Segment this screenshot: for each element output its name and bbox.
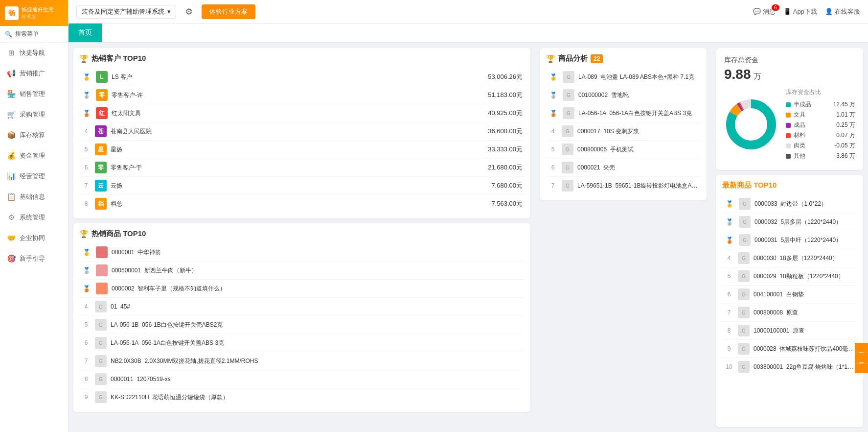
rank-num: 8 [81,200,91,207]
newest-product-name: 0000031 5层中纤（1220*2440） [754,236,855,244]
table-row[interactable]: 5 星 星扬 33,333.00元 [79,141,525,159]
rank-num: 7 [81,182,91,189]
hot-products-list: 🥇 0000001 中华神箭🥈 000500001 新西兰牛肉（新牛）🥉 000… [79,243,525,406]
table-row[interactable]: 🥈 000500001 新西兰牛肉（新牛） [79,262,525,280]
customer-value: 40,925.00元 [488,109,523,118]
sidebar-item-system[interactable]: ⚙ 系统管理 [0,207,68,228]
panel-product-sales: 🏆 商品分析 22 🥇 G LA-089 电池盖 LA-089 ABS本色+黑种… [535,43,711,432]
table-row[interactable]: 🥇 L LS 客户 53,006.26元 [79,68,525,86]
table-row[interactable]: 8G 0000011 12070519-xs [79,370,525,388]
table-row[interactable]: 4 G 0000017 10S 变刺罗浆 [546,122,701,141]
product-name: 0000021 夹壳 [577,164,699,172]
hot-product-name: LA-056-1A 056-1A白色按键开关盖ABS 3克 [111,339,523,347]
table-row[interactable]: 🥈 G 0000032 5层多层（1220*2440） [722,213,857,231]
newest-products-card: 最新商品 TOP10 🥇 G 0000033 封边带（1.0*22）🥈 G 00… [716,175,863,427]
table-row[interactable]: 10 G 003800001 22g鱼豆腐·烧烤味（1*12*20） [722,358,857,376]
rank-num: 10 [724,363,734,370]
table-row[interactable]: 8 档 档总 7,563.00元 [79,195,525,213]
sidebar-item-basic[interactable]: 📋 基础信息 [0,187,68,207]
newest-product-name: 000800008 原查 [754,309,855,317]
customer-avatar: 红 [96,107,108,119]
table-row[interactable]: 5G LA-056-1B 056-1B白色按键开关壳ABS2克 [79,316,525,334]
newest-product-name: 0000032 5层多层（1220*2440） [754,218,855,226]
service-community-btn[interactable]: 服务社区 [855,353,868,363]
customer-top10-list: 🥇 L LS 客户 53,006.26元🥈 零 零售客户-许 51,183.00… [79,68,525,213]
donut-chart [724,97,778,153]
tab-home[interactable]: 首页 [69,24,102,42]
rank-medal: 🥈 [724,216,735,227]
rank-num: 9 [81,394,91,401]
table-row[interactable]: 7 G LA-59651-1B 59651-1B旋转投影灯电池盒ABS黑色+58… [546,177,701,194]
product-name: 001000002 雪地靴 [578,91,699,99]
table-row[interactable]: 🥉 G 0000031 5层中纤（1220*2440） [722,231,857,249]
table-row[interactable]: 9 G 0000028 体城荔枝味苏打饮品400毫升（1*15） [722,340,857,358]
system-title-dropdown[interactable]: 装备及固定资产辅助管理系统 ▾ [76,5,176,19]
search-menu[interactable]: 🔍 搜索菜单 [0,26,68,43]
experience-button[interactable]: 体验行业方案 [202,4,255,19]
online-service-button[interactable]: 👤 在线客服 [825,7,860,16]
table-row[interactable]: 🥇 G 0000033 封边带（1.0*22） [722,195,857,213]
product-thumb: G [738,343,750,355]
legend-color-dot [786,154,791,159]
table-row[interactable]: 5 G 0000029 18颗粒板（1220*2440） [722,267,857,286]
product-thumb: G [95,373,107,385]
sidebar-item-marketing[interactable]: 📢 营销推广 [0,63,68,84]
legend-item: 半成品 12.45 万 [786,100,855,109]
legend-value: -0.05 万 [834,142,855,150]
nav-label-system: 系统管理 [20,213,45,222]
table-row[interactable]: 6 G 0000021 夹壳 [546,159,701,177]
sidebar-item-inventory[interactable]: 📦 库存核算 [0,125,68,145]
product-thumb [96,264,108,276]
sidebar-item-home[interactable]: ⊞ 快捷导航 [0,43,68,63]
table-row[interactable]: 7G NB2.0X30B 2.0X30MM双搓花轴,搓花直径2.1MM/ROHS [79,352,525,370]
table-row[interactable]: 🥈 零 零售客户-许 51,183.00元 [79,86,525,104]
nav-label-sales: 销售管理 [20,90,45,98]
product-thumb: G [563,71,574,83]
table-row[interactable]: 4 G 0000030 18多层（1220*2440） [722,249,857,267]
table-row[interactable]: 6 G 004100001 白钢垫 [722,286,857,304]
rank-medal: 🥈 [548,90,559,100]
app-download-button[interactable]: 📱 App下载 [783,7,817,16]
hot-trophy-icon: 🏆 [79,230,89,239]
product-sales-top10-card: 🏆 商品分析 22 🥇 G LA-089 电池盖 LA-089 ABS本色+黑种… [540,48,707,200]
table-row[interactable]: 7 云 云扬 7,680.00元 [79,177,525,195]
table-row[interactable]: 8 G 10000100001 原查 [722,322,857,340]
table-row[interactable]: 7 G 000800008 原查 [722,304,857,322]
service-live-btn[interactable]: 直播 [855,363,868,373]
legend-label: 半成品 [794,100,830,109]
table-row[interactable]: 🥉 红 红太阳文具 40,925.00元 [79,104,525,122]
legend-value: 12.45 万 [833,100,855,109]
product-thumb: G [95,355,107,367]
sidebar-item-purchase[interactable]: 🛒 采购管理 [0,104,68,125]
table-row[interactable]: 🥇 0000001 中华神箭 [79,243,525,262]
messages-button[interactable]: 💬 消息 6 [753,7,776,16]
newest-product-name: 0000030 18多层（1220*2440） [754,254,855,263]
table-row[interactable]: 9G KK-SD22110H 花语萌恒温分罐罐袋（厚款） [79,388,525,406]
inventory-unit: 万 [754,72,761,80]
newest-product-name: 0000029 18颗粒板（1220*2440） [754,272,855,281]
trophy-icon: 🏆 [79,54,89,63]
table-row[interactable]: 🥇 G LA-089 电池盖 LA-089 ABS本色+黑种 7.1克 [546,68,701,86]
table-row[interactable]: 🥉 0000002 智利车子里（规格不知道填什么） [79,280,525,298]
sidebar-item-operation[interactable]: 📊 经营管理 [0,166,68,187]
nav-label-inventory: 库存核算 [20,131,45,140]
table-row[interactable]: 4G 01 45# [79,298,525,316]
customer-name: 档总 [111,200,487,208]
settings-icon[interactable]: ⚙ [181,4,197,20]
table-row[interactable]: 6 零 零售客户-于 21,680.00元 [79,159,525,177]
customer-value: 7,563.00元 [491,199,523,208]
table-row[interactable]: 6G LA-056-1A 056-1A白色按键开关盖ABS 3克 [79,334,525,352]
table-row[interactable]: 🥉 G LA-056-1A 056-1A白色按键开关盖ABS 3克 [546,104,701,122]
message-icon: 💬 [753,8,761,15]
sidebar-item-finance[interactable]: 💰 资金管理 [0,145,68,166]
table-row[interactable]: 🥈 G 001000002 雪地靴 [546,86,701,104]
service-hotline-btn[interactable]: 客服热线 [855,343,868,353]
hot-product-name: LA-056-1B 056-1B白色按键开关壳ABS2克 [111,321,523,329]
table-row[interactable]: 4 苍 苍南县人民医院 36,600.00元 [79,122,525,141]
legend-label: 其他 [794,152,831,160]
legend-label-text: 库存资金占比 [786,88,855,96]
sidebar-item-enterprise[interactable]: 🤝 企业协同 [0,228,68,248]
sidebar-item-guide[interactable]: 🎯 新手引导 [0,248,68,269]
sidebar-item-sales[interactable]: 🏪 销售管理 [0,84,68,104]
table-row[interactable]: 5 G 000800005 手机测试 [546,141,701,159]
